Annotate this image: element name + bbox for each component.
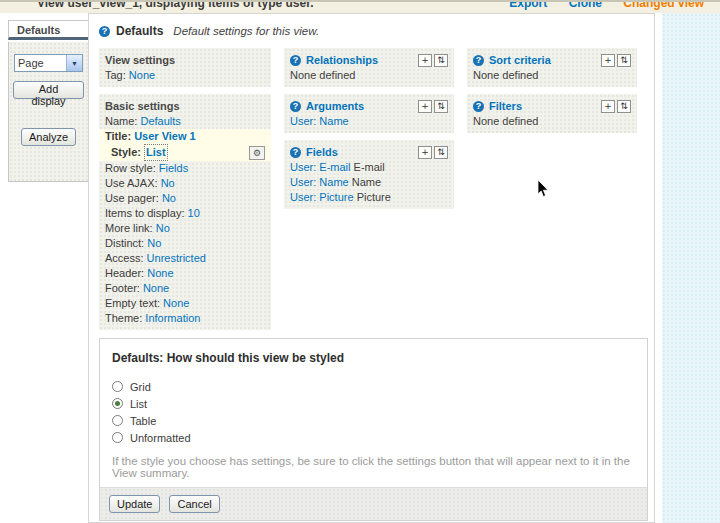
style-settings-form: Defaults: How should this view be styled… [99,338,648,521]
more-link-value-link[interactable]: No [156,222,170,234]
arguments-title-link[interactable]: Arguments [306,100,364,112]
add-icon[interactable]: + [601,100,615,113]
view-settings-box: View settings Tag: None [99,48,271,87]
argument-item: User: Name [290,114,448,129]
style-option-grid[interactable]: Grid [112,378,635,395]
radio-table[interactable] [112,415,123,426]
add-icon[interactable]: + [418,100,432,113]
row-style-row: Row style: Fields [105,161,265,176]
argument-user-name-link[interactable]: User: Name [290,115,349,127]
sort-criteria-empty-text: None defined [473,68,631,83]
sort-criteria-title-link[interactable]: Sort criteria [489,54,551,66]
form-buttons: Update Cancel [100,487,647,520]
tab-defaults-label: Defaults [17,24,60,36]
header-value-link[interactable]: None [147,267,173,279]
theme-label: Theme: [105,312,142,324]
distinct-value-link[interactable]: No [147,237,161,249]
tag-label: Tag: [105,69,126,81]
radio-list[interactable] [112,398,123,409]
field-name-link[interactable]: User: Name [290,176,349,188]
add-icon[interactable]: + [601,54,615,67]
add-display-button[interactable]: Add display [13,81,84,99]
help-icon[interactable]: ? [290,147,301,158]
filters-box: ? Filters + ⇅ None defined [467,94,637,133]
field-item-name: User: Name Name [290,175,448,190]
style-option-table-label: Table [130,415,156,427]
view-description: View user_view_1, displaying items of ty… [37,0,314,10]
tag-value-link[interactable]: None [129,69,155,81]
view-summary: View settings Tag: None Basic settings N… [99,48,644,330]
relationships-empty-text: None defined [290,68,448,83]
distinct-label: Distinct: [105,237,144,249]
style-option-unformatted[interactable]: Unformatted [112,429,635,446]
style-settings-gear-icon[interactable]: ⚙ [249,146,265,160]
relationships-title-link[interactable]: Relationships [306,54,378,66]
form-title: Defaults: How should this view be styled [112,351,635,365]
name-label: Name: [105,115,137,127]
theme-value-link[interactable]: Information [145,312,200,324]
help-icon[interactable]: ? [473,55,484,66]
more-link-row: More link: No [105,221,265,236]
footer-value-link[interactable]: None [143,282,169,294]
access-value-link[interactable]: Unrestricted [147,252,206,264]
form-note: If the style you choose has settings, be… [112,455,635,479]
empty-text-value-link[interactable]: None [163,297,189,309]
rearrange-icon[interactable]: ⇅ [434,146,448,159]
style-option-list-label: List [130,398,147,410]
display-type-value: Page [18,57,44,69]
fields-title-link[interactable]: Fields [306,146,338,158]
rearrange-icon[interactable]: ⇅ [434,100,448,113]
help-icon[interactable]: ? [99,26,110,37]
mouse-cursor-icon [537,179,549,198]
rearrange-icon[interactable]: ⇅ [434,54,448,67]
basic-settings-title: Basic settings [105,100,180,112]
clone-link[interactable]: Clone [569,0,602,10]
style-options: Grid List Table Unformatted [112,378,635,446]
radio-grid[interactable] [112,381,123,392]
style-option-table[interactable]: Table [112,412,635,429]
title-row: Title: User View 1 [99,129,271,144]
radio-unformatted[interactable] [112,432,123,443]
use-pager-value-link[interactable]: No [162,192,176,204]
empty-text-label: Empty text: [105,297,160,309]
help-icon[interactable]: ? [290,55,301,66]
display-type-select[interactable]: Page ▼ [14,54,83,72]
add-icon[interactable]: + [418,146,432,159]
use-ajax-row: Use AJAX: No [105,176,265,191]
fields-box: ? Fields + ⇅ User: E-mail E-mail User: N… [284,140,454,209]
header-row: Header: None [105,266,265,281]
field-name-suffix: Name [352,176,381,188]
export-link[interactable]: Export [509,0,547,10]
items-to-display-row: Items to display: 10 [105,206,265,221]
use-ajax-label: Use AJAX: [105,177,158,189]
display-subtitle: Default settings for this view. [173,25,319,37]
rearrange-icon[interactable]: ⇅ [617,54,631,67]
analyze-button[interactable]: Analyze [21,128,76,146]
update-button[interactable]: Update [109,495,160,513]
style-row: Style: List ⚙ [99,144,271,161]
cancel-button[interactable]: Cancel [169,495,219,513]
row-style-value-link[interactable]: Fields [159,162,188,174]
help-icon[interactable]: ? [473,101,484,112]
filters-title-link[interactable]: Filters [489,100,522,112]
title-value-link[interactable]: User View 1 [134,130,196,142]
field-picture-link[interactable]: User: Picture [290,191,354,203]
name-value-link[interactable]: Defaults [140,115,180,127]
rearrange-icon[interactable]: ⇅ [617,100,631,113]
add-icon[interactable]: + [418,54,432,67]
help-icon[interactable]: ? [290,101,301,112]
tag-row: Tag: None [105,68,265,83]
items-to-display-value-link[interactable]: 10 [188,207,200,219]
use-pager-label: Use pager: [105,192,159,204]
display-title: Defaults [116,24,163,38]
more-link-label: More link: [105,222,153,234]
style-option-grid-label: Grid [130,381,151,393]
use-ajax-value-link[interactable]: No [161,177,175,189]
name-row: Name: Defaults [105,114,265,129]
tab-defaults[interactable]: Defaults [8,20,89,40]
style-option-list[interactable]: List [112,395,635,412]
distinct-row: Distinct: No [105,236,265,251]
field-email-link[interactable]: User: E-mail [290,161,351,173]
style-label: Style: [111,145,141,160]
style-value-link[interactable]: List [144,144,168,161]
